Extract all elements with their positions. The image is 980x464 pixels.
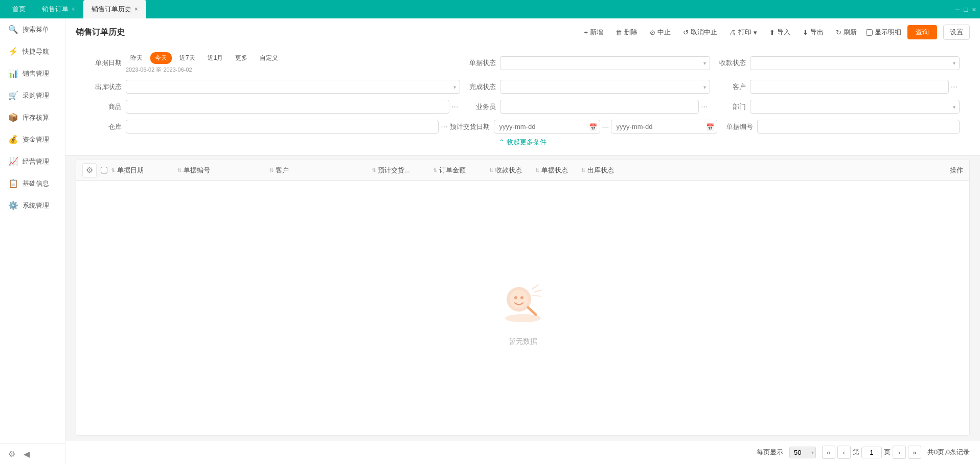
show-detail-toggle[interactable]: 显示明细 <box>866 28 901 37</box>
th-date[interactable]: ⇅ 单据日期 <box>111 166 177 175</box>
date-btn-custom[interactable]: 自定义 <box>255 52 283 64</box>
layout: 🔍 搜索菜单 ⚡ 快捷导航 📊 销售管理 🛒 采购管理 📦 库存核算 💰 资金管… <box>0 18 980 464</box>
sidebar-item-sys[interactable]: ⚙️ 系统管理 <box>0 194 65 216</box>
stop-button[interactable]: ⊘ 中止 <box>647 26 674 39</box>
sidebar-item-search-menu[interactable]: 🔍 搜索菜单 <box>0 18 65 40</box>
date-btn-7days[interactable]: 近7天 <box>175 52 200 64</box>
product-input[interactable] <box>126 100 449 114</box>
new-button[interactable]: + 新增 <box>581 26 606 39</box>
tab-sales-order-history[interactable]: 销售订单历史 × <box>83 0 146 18</box>
export-icon: ⬇ <box>803 29 808 36</box>
print-button[interactable]: 🖨 打印 ▾ <box>726 26 760 39</box>
date-quick-buttons: 昨天 今天 近7天 近1月 更多 自定义 <box>126 52 460 64</box>
sidebar-item-base-info[interactable]: 📋 基础信息 <box>0 172 65 194</box>
filter-delivery-date: 预计交货日期 📅 — 📅 <box>450 120 717 134</box>
sidebar-item-quick-nav[interactable]: ⚡ 快捷导航 <box>0 40 65 62</box>
delivery-date-to-input[interactable] <box>611 120 717 134</box>
department-select[interactable] <box>750 100 960 114</box>
cancel-stop-icon: ↺ <box>683 29 689 36</box>
current-page-input[interactable] <box>861 447 882 458</box>
select-all-checkbox[interactable] <box>101 167 107 173</box>
show-detail-checkbox[interactable] <box>866 29 873 36</box>
th-no[interactable]: ⇅ 单据编号 <box>177 166 269 175</box>
export-button[interactable]: ⬇ 导出 <box>800 26 827 39</box>
delete-icon: 🗑 <box>616 29 622 36</box>
date-separator: — <box>602 123 609 130</box>
collapse-filters-button[interactable]: ⌃ 收起更多条件 <box>86 136 960 149</box>
prev-page-button[interactable]: ‹ <box>837 446 851 459</box>
th-delivery[interactable]: ⇅ 预计交货... <box>372 166 433 175</box>
sidebar-item-inventory[interactable]: 📦 库存核算 <box>0 106 65 128</box>
sidebar-item-sales[interactable]: 📊 销售管理 <box>0 62 65 84</box>
topbar-close-icon[interactable]: × <box>972 6 976 13</box>
empty-illustration <box>492 270 554 331</box>
date-btn-more[interactable]: 更多 <box>231 52 252 64</box>
payment-status-select[interactable] <box>750 56 960 70</box>
filter-product: 商品 ··· <box>86 100 460 114</box>
th-amount[interactable]: ⇅ 订单金额 <box>433 166 489 175</box>
filter-payment-status: 收款状态 ▾ <box>710 56 960 70</box>
settings-button[interactable]: 设置 <box>943 25 970 40</box>
warehouse-ellipsis-icon[interactable]: ··· <box>439 122 449 131</box>
sidebar-item-purchase[interactable]: 🛒 采购管理 <box>0 84 65 106</box>
total-text: 共0页,0条记录 <box>927 448 970 457</box>
sidebar-item-finance[interactable]: 💰 资金管理 <box>0 128 65 150</box>
topbar-maximize-icon[interactable]: □ <box>964 6 968 13</box>
delivery-date-from-calendar-icon[interactable]: 📅 <box>589 123 597 130</box>
customer-input[interactable] <box>750 80 949 94</box>
sidebar-collapse-icon[interactable]: ◀ <box>24 449 30 459</box>
delivery-date-label: 预计交货日期 <box>450 122 490 131</box>
th-stock-status[interactable]: ⇅ 出库状态 <box>581 166 627 175</box>
svg-point-5 <box>520 296 523 299</box>
filter-complete-status: 完成状态 ▾ <box>460 80 710 94</box>
cancel-stop-button[interactable]: ↺ 取消中止 <box>680 26 720 39</box>
tab-home[interactable]: 首页 <box>4 0 34 18</box>
salesperson-input[interactable] <box>500 100 699 114</box>
cancel-stop-label: 取消中止 <box>691 28 717 37</box>
complete-status-select[interactable] <box>500 80 710 94</box>
first-page-button[interactable]: « <box>822 446 835 459</box>
sidebar-settings-icon[interactable]: ⚙ <box>8 449 15 459</box>
product-ellipsis-icon[interactable]: ··· <box>449 102 460 112</box>
stock-status-select[interactable] <box>126 80 460 94</box>
business-icon: 📈 <box>8 157 18 166</box>
sidebar-item-base-info-label: 基础信息 <box>22 179 49 188</box>
table-settings-button[interactable]: ⚙ <box>82 163 97 178</box>
complete-status-control: ▾ <box>500 80 710 94</box>
purchase-icon: 🛒 <box>8 91 18 100</box>
import-icon: ⬆ <box>769 29 775 36</box>
delete-button[interactable]: 🗑 删除 <box>612 26 641 39</box>
salesperson-ellipsis-icon[interactable]: ··· <box>699 102 710 112</box>
next-page-button[interactable]: › <box>893 446 906 459</box>
page-label-prefix: 第 <box>853 448 859 457</box>
bill-status-select[interactable] <box>500 56 710 70</box>
customer-control: ··· <box>750 80 960 94</box>
date-btn-1month[interactable]: 近1月 <box>203 52 228 64</box>
sales-icon: 📊 <box>8 69 18 78</box>
import-button[interactable]: ⬆ 导入 <box>766 26 793 39</box>
sidebar-item-business[interactable]: 📈 经营管理 <box>0 150 65 172</box>
th-bill-status[interactable]: ⇅ 单据状态 <box>535 166 581 175</box>
bill-no-control <box>757 120 960 134</box>
query-button[interactable]: 查询 <box>907 25 937 39</box>
pagination: « ‹ 第 页 › » <box>822 446 921 459</box>
date-btn-yesterday[interactable]: 昨天 <box>126 52 147 64</box>
per-page-select[interactable]: 50 100 200 <box>789 447 816 458</box>
close-sales-order-history-icon[interactable]: × <box>134 6 138 13</box>
close-sales-order-icon[interactable]: × <box>72 6 75 13</box>
stock-status-control: ▾ <box>126 80 460 94</box>
refresh-button[interactable]: ↻ 刷新 <box>833 26 860 39</box>
date-btn-today[interactable]: 今天 <box>150 52 172 64</box>
customer-ellipsis-icon[interactable]: ··· <box>949 82 960 92</box>
sidebar-item-quick-nav-label: 快捷导航 <box>22 47 49 56</box>
topbar-tabs: 首页 销售订单 × 销售订单历史 × <box>4 0 955 18</box>
delivery-date-from-input[interactable] <box>494 120 600 134</box>
bill-no-input[interactable] <box>757 120 960 134</box>
delivery-date-to-calendar-icon[interactable]: 📅 <box>706 123 714 130</box>
warehouse-input[interactable] <box>126 120 439 134</box>
th-customer[interactable]: ⇅ 客户 <box>269 166 372 175</box>
topbar-minimize-icon[interactable]: ─ <box>955 6 960 13</box>
th-pay-status[interactable]: ⇅ 收款状态 <box>489 166 535 175</box>
tab-sales-order[interactable]: 销售订单 × <box>34 0 83 18</box>
last-page-button[interactable]: » <box>908 446 921 459</box>
